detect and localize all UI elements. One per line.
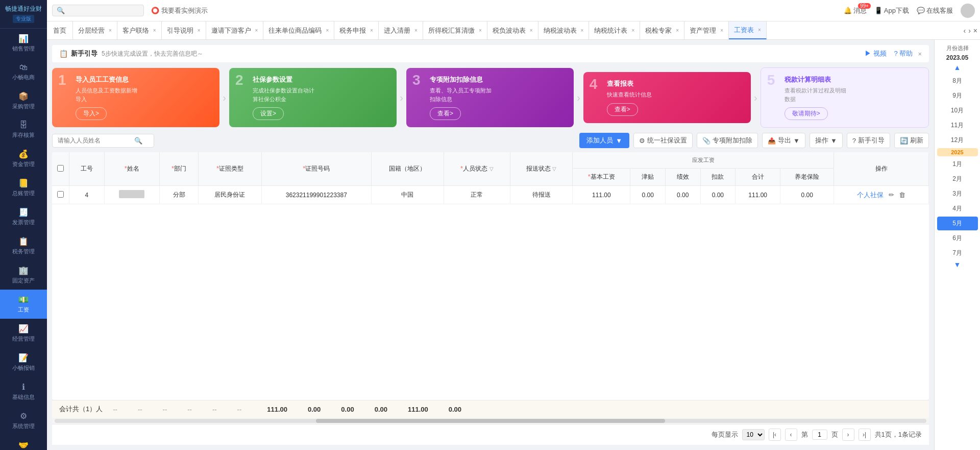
scroll-bar-area[interactable] — [52, 418, 929, 424]
month-item-11[interactable]: 11月 — [937, 119, 978, 132]
nav-prev-icon[interactable]: ‹ — [963, 27, 966, 35]
scroll-bar-thumb[interactable] — [316, 419, 665, 423]
sidebar-item-assets[interactable]: 🏢 固定资产 — [0, 260, 47, 290]
tab-customer[interactable]: 客户联络 × — [117, 21, 162, 39]
tab-invite[interactable]: 邀请下游客户 × — [206, 21, 264, 39]
online-service-btn[interactable]: 💬 在线客服 — [917, 6, 953, 15]
next-page-btn[interactable]: › — [842, 429, 854, 441]
page-number-input[interactable] — [812, 430, 827, 440]
tab-salary-table[interactable]: 工资表 × — [729, 21, 767, 39]
step-btn-2[interactable]: 设置> — [253, 107, 284, 120]
newguide-btn[interactable]: ? 新手引导 — [847, 133, 890, 148]
month-item-5[interactable]: 5月 — [937, 217, 978, 230]
close-icon[interactable]: × — [255, 28, 258, 33]
sidebar-item-purchase[interactable]: 📦 采购管理 — [0, 86, 47, 115]
month-item-9[interactable]: 9月 — [937, 89, 978, 103]
prev-page-btn[interactable]: ‹ — [785, 429, 797, 441]
select-all-checkbox[interactable] — [57, 165, 64, 172]
sidebar-item-basic-info[interactable]: ℹ 基础信息 — [0, 377, 47, 406]
month-item-7[interactable]: 7月 — [937, 246, 978, 260]
step-btn-5[interactable]: 敬请期待> — [785, 107, 828, 120]
step-btn-1[interactable]: 导入> — [76, 107, 107, 120]
tab-guide[interactable]: 引导说明 × — [162, 21, 206, 39]
month-nav-up-icon[interactable]: ▲ — [954, 63, 961, 72]
per-page-select[interactable]: 10 — [742, 429, 765, 440]
tab-tax-expert[interactable]: 税检专家 × — [640, 21, 684, 39]
close-icon[interactable]: × — [530, 28, 533, 33]
tab-product-code[interactable]: 往来单位商品编码 × — [263, 21, 334, 39]
month-item-3[interactable]: 3月 — [937, 187, 978, 201]
tab-home[interactable]: 首页 — [47, 21, 73, 39]
month-item-4[interactable]: 4月 — [937, 202, 978, 216]
notification-btn[interactable]: 🔔 消息 99+ — [844, 6, 867, 15]
special-deduction-btn[interactable]: 📎 专项附加扣除 — [697, 133, 758, 148]
close-icon[interactable]: × — [479, 28, 482, 33]
month-item-1[interactable]: 1月 — [937, 157, 978, 171]
close-icon[interactable]: × — [581, 28, 584, 33]
close-icon[interactable]: × — [370, 28, 373, 33]
row-checkbox[interactable] — [57, 191, 64, 198]
sidebar-item-system[interactable]: ⚙ 系统管理 — [0, 406, 47, 435]
sidebar-item-label: 工资 — [18, 306, 29, 314]
sidebar-item-operations[interactable]: 📈 经营管理 — [0, 319, 47, 348]
operate-btn[interactable]: 操作 ▼ — [810, 133, 843, 148]
sidebar-item-ecommerce[interactable]: 🛍 小畅电商 — [0, 58, 47, 86]
tab-tax-burden[interactable]: 税负波动表 × — [487, 21, 538, 39]
user-avatar[interactable] — [961, 4, 975, 18]
close-icon[interactable]: × — [631, 28, 634, 33]
social-security-setting-btn[interactable]: ⚙ 统一社保设置 — [633, 133, 693, 148]
month-item-10[interactable]: 10月 — [937, 104, 978, 117]
edit-icon[interactable]: ✏ — [889, 191, 894, 199]
sidebar-item-invoice[interactable]: 🧾 发票管理 — [0, 202, 47, 231]
video-link[interactable]: ▶ 视频 — [865, 49, 887, 58]
employee-search-box[interactable]: 🔍 — [52, 134, 154, 148]
sidebar-item-coop[interactable]: 🤝 企业协同 — [0, 435, 47, 450]
close-icon[interactable]: × — [198, 28, 201, 33]
close-icon[interactable]: × — [720, 28, 723, 33]
sidebar-item-expense[interactable]: 📝 小畅报销 — [0, 348, 47, 377]
sidebar-item-tax[interactable]: 📋 税务管理 — [0, 231, 47, 260]
month-nav-down-icon[interactable]: ▼ — [954, 260, 961, 269]
month-item-8[interactable]: 8月 — [937, 74, 978, 88]
add-employee-button[interactable]: 添加人员 ▼ — [579, 133, 629, 148]
tab-tax-report[interactable]: 税务申报 × — [334, 21, 379, 39]
sidebar-item-inventory[interactable]: 🗄 库存核算 — [0, 115, 47, 144]
close-icon[interactable]: × — [326, 28, 329, 33]
step-btn-3[interactable]: 查看> — [430, 107, 461, 120]
nav-next-icon[interactable]: › — [968, 27, 971, 35]
app-download-btn[interactable]: 📱 App下载 — [874, 6, 909, 15]
tab-tax-stats[interactable]: 纳税统计表 × — [589, 21, 640, 39]
sidebar-item-salary[interactable]: 💵 工资 — [0, 290, 47, 319]
month-item-12[interactable]: 12月 — [937, 133, 978, 147]
export-btn[interactable]: 📤 导出 ▼ — [762, 133, 805, 148]
close-icon[interactable]: × — [153, 28, 156, 33]
month-item-6[interactable]: 6月 — [937, 231, 978, 245]
sidebar-item-sales[interactable]: 📊 销售管理 — [0, 29, 47, 58]
delete-icon[interactable]: 🗑 — [899, 191, 905, 199]
tab-layered-ops[interactable]: 分层经营 × — [73, 21, 117, 39]
refresh-btn[interactable]: 🔄 刷新 — [894, 133, 929, 148]
topbar-search-input[interactable] — [67, 7, 128, 14]
first-page-btn[interactable]: |‹ — [769, 429, 781, 441]
month-item-2[interactable]: 2月 — [937, 172, 978, 186]
close-icon[interactable]: × — [414, 28, 418, 33]
td-checkbox[interactable] — [52, 186, 69, 204]
tab-income-tax[interactable]: 所得税汇算清缴 × — [423, 21, 487, 39]
employee-search-input[interactable] — [58, 137, 134, 144]
tab-tax-fluctuation[interactable]: 纳税波动表 × — [538, 21, 590, 39]
sidebar-item-finance[interactable]: 💰 资金管理 — [0, 144, 47, 173]
close-icon[interactable]: × — [758, 27, 761, 33]
guide-close-btn[interactable]: × — [918, 50, 922, 58]
tab-clearance[interactable]: 进入清册 × — [379, 21, 423, 39]
demo-link[interactable]: ⭕ 我要看实例演示 — [149, 6, 208, 15]
last-page-btn[interactable]: ›| — [859, 429, 871, 441]
close-icon[interactable]: × — [676, 28, 679, 33]
tab-asset-mgmt[interactable]: 资产管理 × — [684, 21, 729, 39]
close-all-icon[interactable]: × — [973, 27, 977, 35]
sidebar-item-ledger[interactable]: 📒 总账管理 — [0, 173, 47, 202]
help-link[interactable]: ? 帮助 — [894, 49, 913, 58]
step-btn-4[interactable]: 查看> — [607, 103, 638, 116]
personal-insurance-link[interactable]: 个人社保 — [857, 191, 884, 199]
close-icon[interactable]: × — [109, 28, 112, 33]
topbar-search-box[interactable]: 🔍 — [52, 5, 144, 16]
